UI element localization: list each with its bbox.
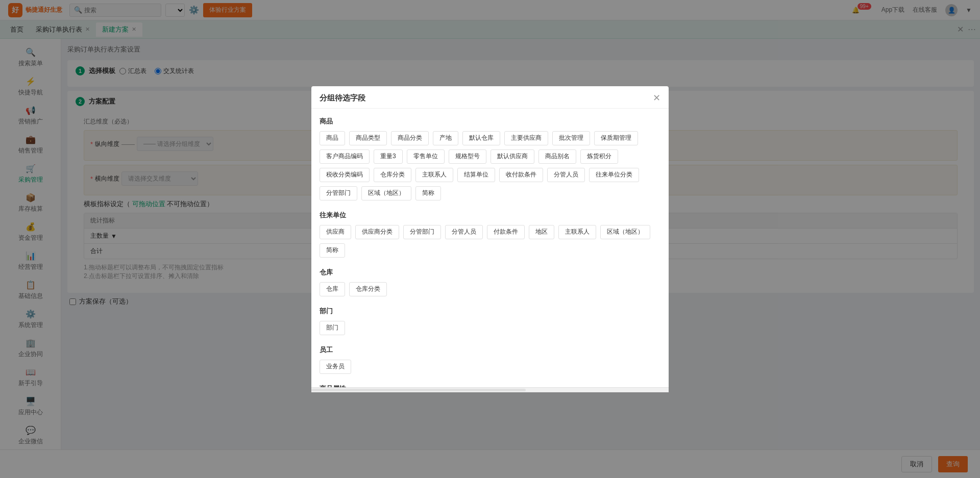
tag-product-11[interactable]: 规格型号 bbox=[449, 149, 486, 164]
tag-partner-6[interactable]: 主联系人 bbox=[558, 225, 596, 239]
tag-partner-2[interactable]: 分管部门 bbox=[403, 225, 441, 239]
product-tags: 商品 商品类型 商品分类 产地 默认仓库 主要供应商 批次管理 保质期管理 客户… bbox=[320, 131, 660, 200]
tag-product-4[interactable]: 默认仓库 bbox=[462, 131, 500, 145]
tag-product-24[interactable]: 简称 bbox=[415, 186, 441, 200]
field-section-partner: 往来单位 供应商 供应商分类 分管部门 分管人员 付款条件 地区 主联系人 区域… bbox=[320, 211, 660, 258]
tag-product-19[interactable]: 收付款条件 bbox=[499, 168, 543, 182]
tag-product-0[interactable]: 商品 bbox=[320, 131, 345, 145]
tag-product-9[interactable]: 重量3 bbox=[374, 149, 403, 164]
section-title-staff: 员工 bbox=[320, 345, 660, 355]
tag-product-6[interactable]: 批次管理 bbox=[552, 131, 590, 145]
tag-partner-5[interactable]: 地区 bbox=[529, 225, 554, 239]
tag-product-8[interactable]: 客户商品编码 bbox=[320, 149, 370, 164]
tag-product-15[interactable]: 税收分类编码 bbox=[320, 168, 370, 182]
tag-warehouse-0[interactable]: 仓库 bbox=[320, 282, 345, 296]
modal-scrollbar-x[interactable] bbox=[311, 387, 669, 392]
tag-product-14[interactable]: 炼货积分 bbox=[580, 149, 618, 164]
tag-product-18[interactable]: 结算单位 bbox=[457, 168, 495, 182]
section-title-dept: 部门 bbox=[320, 307, 660, 316]
modal-overlay: 分组待选字段 ✕ 商品 商品 商品类型 商品分类 产地 默认仓库 主要供应商 批… bbox=[0, 0, 980, 478]
tag-product-20[interactable]: 分管人员 bbox=[547, 168, 585, 182]
tag-product-10[interactable]: 零售单位 bbox=[407, 149, 445, 164]
tag-partner-8[interactable]: 简称 bbox=[320, 243, 345, 258]
warehouse-tags: 仓库 仓库分类 bbox=[320, 282, 660, 296]
section-title-warehouse: 仓库 bbox=[320, 268, 660, 277]
tag-product-13[interactable]: 商品别名 bbox=[538, 149, 576, 164]
dept-tags: 部门 bbox=[320, 321, 660, 335]
tag-warehouse-1[interactable]: 仓库分类 bbox=[349, 282, 387, 296]
tag-product-22[interactable]: 分管部门 bbox=[320, 186, 357, 200]
partner-tags: 供应商 供应商分类 分管部门 分管人员 付款条件 地区 主联系人 区域（地区） … bbox=[320, 225, 660, 258]
modal-title: 分组待选字段 bbox=[320, 93, 365, 103]
tag-product-3[interactable]: 产地 bbox=[433, 131, 458, 145]
field-section-product: 商品 商品 商品类型 商品分类 产地 默认仓库 主要供应商 批次管理 保质期管理… bbox=[320, 117, 660, 200]
section-title-product: 商品 bbox=[320, 117, 660, 126]
tag-partner-4[interactable]: 付款条件 bbox=[487, 225, 525, 239]
tag-partner-7[interactable]: 区域（地区） bbox=[600, 225, 650, 239]
tag-product-2[interactable]: 商品分类 bbox=[391, 131, 429, 145]
tag-dept-0[interactable]: 部门 bbox=[320, 321, 345, 335]
tag-product-1[interactable]: 商品类型 bbox=[349, 131, 387, 145]
modal-scrollbar-x-thumb[interactable] bbox=[311, 389, 526, 391]
modal-header: 分组待选字段 ✕ bbox=[311, 86, 669, 109]
tag-product-7[interactable]: 保质期管理 bbox=[594, 131, 638, 145]
tag-product-17[interactable]: 主联系人 bbox=[415, 168, 453, 182]
tag-product-23[interactable]: 区域（地区） bbox=[361, 186, 411, 200]
field-select-modal: 分组待选字段 ✕ 商品 商品 商品类型 商品分类 产地 默认仓库 主要供应商 批… bbox=[311, 86, 669, 392]
modal-body[interactable]: 商品 商品 商品类型 商品分类 产地 默认仓库 主要供应商 批次管理 保质期管理… bbox=[311, 109, 669, 387]
field-section-warehouse: 仓库 仓库 仓库分类 bbox=[320, 268, 660, 296]
tag-product-12[interactable]: 默认供应商 bbox=[491, 149, 534, 164]
field-section-dept: 部门 部门 bbox=[320, 307, 660, 335]
tag-partner-3[interactable]: 分管人员 bbox=[445, 225, 483, 239]
modal-close-btn[interactable]: ✕ bbox=[653, 93, 660, 103]
tag-product-16[interactable]: 仓库分类 bbox=[374, 168, 411, 182]
tag-product-5[interactable]: 主要供应商 bbox=[504, 131, 548, 145]
section-title-partner: 往来单位 bbox=[320, 211, 660, 220]
field-section-staff: 员工 业务员 bbox=[320, 345, 660, 374]
staff-tags: 业务员 bbox=[320, 360, 660, 374]
tag-partner-0[interactable]: 供应商 bbox=[320, 225, 351, 239]
tag-product-21[interactable]: 往来单位分类 bbox=[589, 168, 639, 182]
tag-partner-1[interactable]: 供应商分类 bbox=[355, 225, 399, 239]
tag-staff-0[interactable]: 业务员 bbox=[320, 360, 351, 374]
